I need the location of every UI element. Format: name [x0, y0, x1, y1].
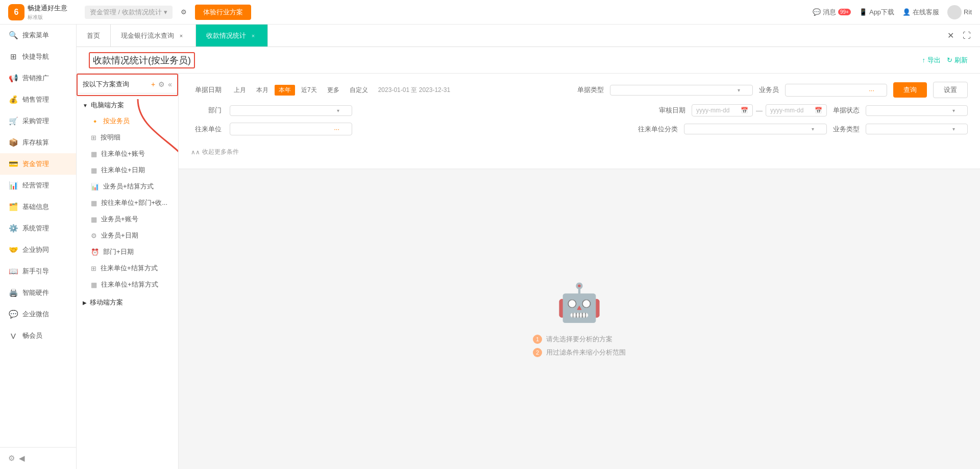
refresh-btn[interactable]: ↻ 刷新 — [947, 56, 968, 65]
sidebar-item-guide[interactable]: 📖 新手引导 — [0, 261, 76, 282]
date-this-month[interactable]: 本月 — [252, 85, 273, 96]
sidebar-item-sales[interactable]: 💰 销售管理 — [0, 89, 76, 110]
date-this-year[interactable]: 本年 — [275, 85, 295, 96]
date-custom[interactable]: 自定义 — [346, 85, 372, 96]
date-last-month[interactable]: 上月 — [230, 85, 250, 96]
tab-bank-flow[interactable]: 现金银行流水查询 × — [111, 25, 196, 46]
sidebar-item-marketing[interactable]: 📢 营销推广 — [0, 67, 76, 89]
sidebar-item-search[interactable]: 🔍 搜索菜单 — [0, 25, 76, 46]
scheme-item-salesman-account[interactable]: ▦ 业务员+账号 — [77, 211, 178, 227]
scheme-item-counterpart-date[interactable]: ▦ 往来单位+日期 — [77, 162, 178, 178]
date-control: 上月 本月 本年 近7天 更多 自定义 2023-01-01 至 2023-12… — [230, 85, 450, 96]
add-scheme-btn[interactable]: + — [151, 80, 155, 88]
scheme-settings-btn[interactable]: ⚙ — [158, 80, 165, 88]
sidebar-settings-icon[interactable]: ⚙ — [8, 454, 15, 463]
scheme-item-detail[interactable]: ⊞ 按明细 — [77, 129, 178, 146]
filter-area: 单据日期 上月 本月 本年 近7天 更多 自定义 2023-01-01 至 20… — [179, 74, 980, 169]
tab-bar: 首页 现金银行流水查询 × 收款情况统计 × ✕ ⛶ — [77, 25, 980, 47]
page-header-actions: ↑ 导出 ↻ 刷新 — [922, 56, 968, 65]
scheme-item-dept-date[interactable]: ⏰ 部门+日期 — [77, 244, 178, 260]
settings-icon[interactable]: ⚙ — [177, 5, 191, 19]
app-download-btn[interactable]: 📱 App下载 — [859, 8, 894, 17]
salesman-settle-icon: 📊 — [91, 183, 99, 191]
scheme-item-salesman-settle[interactable]: 📊 业务员+结算方式 — [77, 178, 178, 195]
biz-type-arrow: ▾ — [952, 126, 955, 132]
biz-type-label: 业务类型 — [833, 125, 860, 134]
counterpart-select[interactable]: ··· — [230, 123, 352, 135]
doc-status-select[interactable]: ▾ — [866, 105, 968, 116]
message-badge: 99+ — [838, 9, 851, 15]
sidebar-item-hardware[interactable]: 🖨️ 智能硬件 — [0, 282, 76, 303]
finance-icon: 💳 — [8, 159, 18, 169]
online-service-btn[interactable]: 👤 在线客服 — [902, 8, 939, 17]
vip-icon: V — [8, 332, 18, 340]
salesman-select[interactable]: ··· — [785, 84, 887, 97]
tab-home[interactable]: 首页 — [77, 25, 111, 46]
salesman-more-btn[interactable]: ··· — [869, 86, 874, 94]
top-right-actions: 💬 消息 99+ 📱 App下载 👤 在线客服 Rit — [813, 5, 972, 19]
biz-type-select[interactable]: ▾ — [866, 124, 968, 134]
export-btn[interactable]: ↑ 导出 — [922, 56, 941, 65]
doc-type-select[interactable]: ▾ — [610, 85, 753, 96]
sidebar-item-operations[interactable]: 📊 经营管理 — [0, 175, 76, 196]
scheme-category-desktop[interactable]: ▼ 电脑端方案 — [77, 98, 178, 113]
salesman-label: 业务员 — [759, 85, 779, 95]
logo-area: 6 畅捷通好生意 标准版 — [8, 4, 85, 21]
scheme-item-salesman-date[interactable]: ⚙ 业务员+日期 — [77, 227, 178, 244]
main-layout: 🔍 搜索菜单 ⊞ 快捷导航 📢 营销推广 💰 销售管理 🛒 采购管理 📦 库存核… — [0, 25, 980, 469]
sidebar-item-collab[interactable]: 🤝 企业协同 — [0, 239, 76, 261]
salesman-account-icon: ▦ — [91, 216, 97, 223]
tab-window-btns: ✕ ⛶ — [943, 25, 980, 46]
user-avatar[interactable]: Rit — [947, 5, 972, 19]
scheme-item-salesman[interactable]: 🔸 按业务员 — [77, 113, 178, 129]
tab-collection-close[interactable]: × — [249, 32, 257, 40]
salesman-scheme-icon: 🔸 — [91, 118, 99, 125]
sidebar-item-inventory[interactable]: 📦 库存核算 — [0, 132, 76, 153]
query-button[interactable]: 查询 — [893, 82, 927, 98]
sidebar-item-nav[interactable]: ⊞ 快捷导航 — [0, 46, 76, 67]
sidebar-item-vip[interactable]: V 畅会员 — [0, 325, 76, 346]
collapse-icon: ∧∧ — [191, 149, 200, 156]
scheme-item-counterpart-settle2[interactable]: ▦ 往来单位+结算方式 — [77, 276, 178, 293]
counterpart-more-btn[interactable]: ··· — [334, 125, 339, 133]
collapse-panel-btn[interactable]: « — [168, 80, 172, 88]
counterpart-class-select[interactable]: ▾ — [684, 124, 827, 134]
scheme-item-counterpart-account[interactable]: ▦ 往来单位+账号 — [77, 146, 178, 162]
counterpart-class-label: 往来单位分类 — [638, 125, 678, 134]
calendar-icon-to: 📅 — [815, 107, 822, 114]
scheme-item-by-counterpart-dept[interactable]: ▦ 按往来单位+部门+收... — [77, 195, 178, 211]
content-area: 首页 现金银行流水查询 × 收款情况统计 × ✕ ⛶ 收款情况统计(按业务员) … — [77, 25, 980, 469]
tab-bank-flow-close[interactable]: × — [177, 32, 185, 40]
tab-collection-stats[interactable]: 收款情况统计 × — [196, 25, 268, 46]
message-btn[interactable]: 💬 消息 99+ — [813, 8, 851, 17]
scheme-item-counterpart-settle1[interactable]: ⊞ 往来单位+结算方式 — [77, 260, 178, 276]
date-7days[interactable]: 近7天 — [297, 85, 321, 96]
close-window-btn[interactable]: ✕ — [943, 29, 958, 43]
panel-actions: + ⚙ « — [151, 80, 172, 88]
expand-window-btn[interactable]: ⛶ — [960, 29, 974, 43]
review-to-input[interactable]: yyyy-mm-dd 📅 — [766, 104, 827, 116]
grid-icon: ⊞ — [8, 52, 18, 61]
sidebar-collapse-icon[interactable]: ◀ — [19, 454, 25, 463]
counterpart-date-icon: ▦ — [91, 167, 97, 174]
doc-type-label: 单据类型 — [577, 85, 604, 95]
sidebar-item-purchase[interactable]: 🛒 采购管理 — [0, 110, 76, 132]
salesman-date-icon: ⚙ — [91, 232, 97, 240]
scheme-category-mobile[interactable]: ▶ 移动端方案 — [77, 295, 178, 310]
review-from-input[interactable]: yyyy-mm-dd 📅 — [692, 104, 753, 116]
sidebar-item-wechat[interactable]: 💬 企业微信 — [0, 303, 76, 325]
settings-button[interactable]: 设置 — [933, 82, 968, 98]
date-more[interactable]: 更多 — [323, 85, 344, 96]
collapse-area: ∧∧ 收起更多条件 — [191, 142, 968, 160]
dept-select[interactable]: ▾ — [230, 105, 352, 116]
collapse-btn[interactable]: ∧∧ 收起更多条件 — [191, 144, 968, 160]
top-bar: 6 畅捷通好生意 标准版 资金管理 / 收款情况统计 ▾ ⚙ 体验行业方案 💬 … — [0, 0, 980, 25]
review-docstatus-group: 审核日期 yyyy-mm-dd 📅 — yyyy-mm-dd 📅 — [659, 104, 968, 116]
sidebar-item-basic[interactable]: 🗂️ 基础信息 — [0, 196, 76, 218]
top-nav: 资金管理 / 收款情况统计 ▾ ⚙ 体验行业方案 — [85, 5, 813, 20]
sidebar-item-system[interactable]: ⚙️ 系统管理 — [0, 218, 76, 239]
sidebar-item-finance[interactable]: 💳 资金管理 — [0, 153, 76, 175]
trial-button[interactable]: 体验行业方案 — [195, 5, 251, 20]
basic-icon: 🗂️ — [8, 202, 18, 212]
purchase-icon: 🛒 — [8, 116, 18, 126]
